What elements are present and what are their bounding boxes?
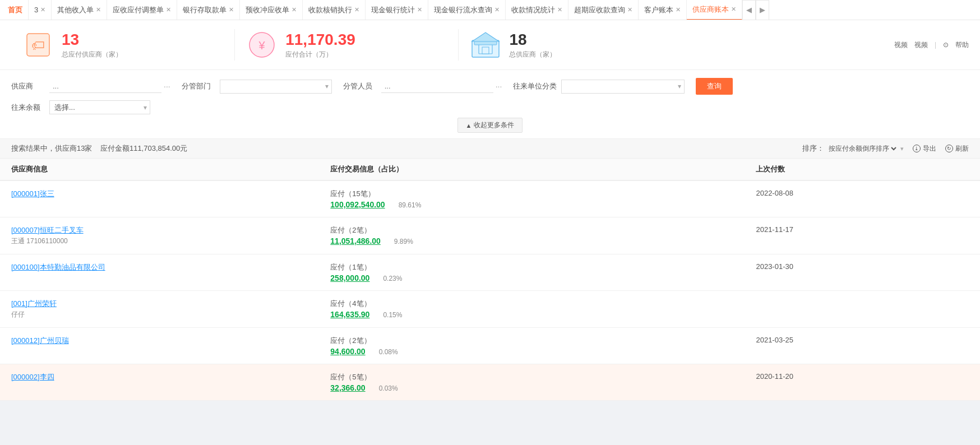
close-icon[interactable]: ✕ (229, 6, 234, 13)
supplier-input[interactable] (49, 80, 161, 93)
nav-tab-overdue-ar[interactable]: 超期应收款查询 ✕ (568, 0, 639, 20)
nav-tab-bank-deposit-label: 银行存取款单 (183, 5, 226, 15)
lastpay-cell: 2021-11-17 (756, 225, 969, 234)
nav-tab-customer-book[interactable]: 客户账本 ✕ (639, 0, 687, 20)
nav-tab-receipt-stat[interactable]: 收款情况统计 ✕ (506, 0, 568, 20)
close-icon[interactable]: ✕ (40, 6, 45, 13)
close-icon[interactable]: ✕ (627, 6, 632, 13)
close-icon[interactable]: ✕ (557, 6, 562, 13)
nav-tab-payment-verify[interactable]: 收款核销执行 ✕ (303, 0, 366, 20)
trans-amount-link[interactable]: 258,000.00 (330, 274, 369, 282)
nav-tab-home[interactable]: 首页 (2, 0, 29, 20)
table-row[interactable]: [000012]广州贝瑞 应付（2笔） 94,600.00 0.08% 2021… (0, 328, 980, 364)
filter-dept: 分管部门 (182, 80, 332, 94)
transaction-cell: 应付（5笔） 32,366.00 0.03% (330, 372, 756, 392)
close-icon[interactable]: ✕ (166, 6, 171, 13)
close-icon[interactable]: ✕ (494, 6, 500, 13)
video-link[interactable]: 视频 (894, 40, 908, 50)
person-input-wrapper: ··· (381, 80, 502, 93)
filter-row-1: 供应商 ··· 分管部门 分管人员 ··· 往来单位分类 (11, 78, 969, 95)
filter-supplier: 供应商 ··· (11, 80, 170, 93)
table-row[interactable]: [000007]恒旺二手叉车 王通 17106110000 应付（2笔） 11,… (0, 217, 980, 254)
table-row[interactable]: [001]广州荣轩 仔仔 应付（4笔） 164,635.90 0.15% (0, 291, 980, 328)
supplier-name-link[interactable]: [000100]本特勤油品有限公司 (11, 262, 330, 272)
trans-pct: 89.61% (399, 201, 422, 209)
refresh-button[interactable]: ↻ 刷新 (945, 144, 969, 154)
close-icon[interactable]: ✕ (292, 6, 297, 13)
svg-text:¥: ¥ (258, 39, 266, 52)
category-select[interactable] (561, 80, 685, 94)
nav-tab-bank-deposit[interactable]: 银行存取款单 ✕ (177, 0, 240, 20)
trans-amount-row: 32,366.00 0.03% (330, 382, 756, 392)
top-navigation: 首页 3 ✕ 其他收入单 ✕ 应收应付调整单 ✕ 银行存取款单 ✕ 预收冲应收单… (0, 0, 980, 20)
balance-select[interactable]: 选择... (49, 100, 150, 114)
supplier-dots-btn[interactable]: ··· (164, 82, 170, 91)
nav-tab-home-label: 首页 (8, 5, 22, 15)
supplier-sub-info: 王通 17106110000 (11, 237, 330, 246)
trans-amount-link[interactable]: 32,366.00 (330, 383, 365, 392)
dept-select[interactable] (220, 80, 332, 94)
help-link[interactable]: 帮助 (955, 40, 969, 50)
table-body: [000001]张三 应付（15笔） 100,092,540.00 89.61%… (0, 181, 980, 401)
trans-amount-link[interactable]: 94,600.00 (330, 347, 365, 356)
table-row[interactable]: [000100]本特勤油品有限公司 应付（1笔） 258,000.00 0.23… (0, 254, 980, 291)
supplier-name-link[interactable]: [000007]恒旺二手叉车 (11, 225, 330, 235)
svg-rect-6 (482, 47, 489, 54)
supplier-name-link[interactable]: [000001]张三 (11, 189, 330, 199)
supplier-cell: [000001]张三 (11, 189, 330, 199)
nav-tab-cash-bank-stat-label: 现金银行统计 (371, 5, 415, 15)
transaction-cell: 应付（15笔） 100,092,540.00 89.61% (330, 189, 756, 209)
nav-tab-supplier-book[interactable]: 供应商账本 ✕ (687, 0, 742, 20)
trans-amount-row: 100,092,540.00 89.61% (330, 199, 756, 209)
nav-arrow-right[interactable]: ▶ (756, 0, 769, 20)
category-filter-label: 往来单位分类 (513, 81, 557, 91)
supplier-name-link[interactable]: [000002]李四 (11, 372, 330, 382)
close-icon[interactable]: ✕ (354, 6, 359, 13)
trans-amount-link[interactable]: 100,092,540.00 (330, 200, 385, 209)
table-row[interactable]: [000001]张三 应付（15笔） 100,092,540.00 89.61%… (0, 181, 980, 217)
trans-pct: 9.89% (394, 238, 413, 245)
summary-card-ap-total: ¥ 11,170.39 应付合计（万） (235, 29, 459, 61)
filter-row-2: 往来余额 选择... (11, 100, 969, 114)
result-actions: 排序： 按应付余额倒序排序 ▾ ⤓ 导出 ↻ 刷新 (802, 143, 969, 154)
collapse-btn-label: 收起更多条件 (474, 120, 514, 130)
video-link-label[interactable]: 视频 (914, 40, 928, 50)
last-pay-date: 2021-11-17 (756, 225, 793, 234)
last-pay-date: 2020-11-20 (756, 372, 793, 381)
nav-tab-cash-bank-flow[interactable]: 现金银行流水查询 ✕ (428, 0, 506, 20)
person-input[interactable] (381, 80, 493, 93)
query-button[interactable]: 查询 (696, 78, 733, 95)
result-text-2: 应付金额111,703,854.00元 (100, 144, 187, 152)
collapse-button[interactable]: ▲ 收起更多条件 (457, 118, 523, 133)
nav-tab-3[interactable]: 3 ✕ (29, 0, 52, 20)
trans-label: 应付（5笔） (330, 372, 756, 382)
trans-amount-link[interactable]: 164,635.90 (330, 310, 369, 319)
close-icon[interactable]: ✕ (676, 6, 681, 13)
nav-tab-overdue-ar-label: 超期应收款查询 (574, 5, 625, 15)
nav-tab-other-income[interactable]: 其他收入单 ✕ (52, 0, 107, 20)
trans-amount-link[interactable]: 11,051,486.00 (330, 237, 381, 245)
nav-tab-cash-bank-stat[interactable]: 现金银行统计 ✕ (366, 0, 428, 20)
supplier-cell: [000100]本特勤油品有限公司 (11, 262, 330, 272)
nav-arrow-left[interactable]: ◀ (742, 0, 756, 20)
ap-suppliers-icon: 🏷 (22, 29, 54, 61)
supplier-name-link[interactable]: [001]广州荣轩 (11, 299, 330, 309)
sort-select[interactable]: 按应付余额倒序排序 (826, 144, 898, 153)
last-pay-date: 2023-01-30 (756, 262, 793, 271)
filter-balance: 往来余额 选择... (11, 100, 150, 114)
table-row[interactable]: [000002]李四 应付（5笔） 32,366.00 0.03% 2020-1… (0, 364, 980, 401)
ap-total-icon: ¥ (246, 29, 278, 61)
refresh-label: 刷新 (955, 144, 969, 154)
close-icon[interactable]: ✕ (417, 6, 422, 13)
nav-tab-supplier-book-label: 供应商账本 (692, 4, 729, 15)
nav-tab-prepay-ar[interactable]: 预收冲应收单 ✕ (240, 0, 303, 20)
export-button[interactable]: ⤓ 导出 (913, 144, 936, 154)
supplier-sub-info: 仔仔 (11, 310, 330, 319)
ap-total-number: 11,170.39 (285, 30, 355, 49)
person-dots-btn[interactable]: ··· (496, 82, 502, 91)
supplier-name-link[interactable]: [000012]广州贝瑞 (11, 336, 330, 346)
filter-person: 分管人员 ··· (343, 80, 502, 93)
close-icon[interactable]: ✕ (96, 6, 101, 13)
close-icon[interactable]: ✕ (731, 6, 736, 13)
nav-tab-ar-ap-adjust[interactable]: 应收应付调整单 ✕ (107, 0, 177, 20)
